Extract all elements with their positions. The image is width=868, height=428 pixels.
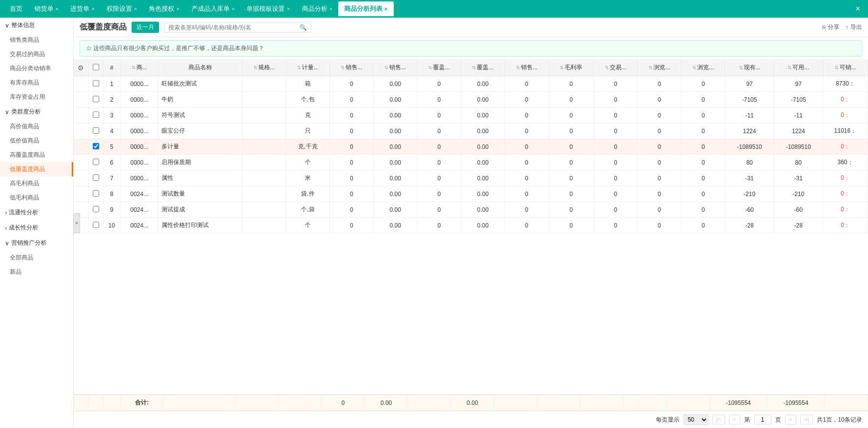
nav-sales[interactable]: 销货单 × bbox=[28, 1, 64, 16]
per-page-select[interactable]: 50 20 100 bbox=[683, 414, 708, 425]
row-cover1: 0 bbox=[417, 139, 461, 155]
period-button[interactable]: 近一月 bbox=[132, 22, 159, 33]
nav-product-analysis-list[interactable]: 商品分析列表 × bbox=[338, 1, 393, 16]
th-browse2[interactable]: 浏览... bbox=[681, 59, 725, 76]
nav-purchase[interactable]: 进货单 × bbox=[64, 1, 100, 16]
sidebar-item-high-coverage[interactable]: 高覆盖度商品 bbox=[0, 148, 73, 162]
row-browse1[interactable]: 0 bbox=[638, 92, 681, 108]
row-checkbox[interactable] bbox=[88, 139, 103, 155]
search-box[interactable]: 🔍 bbox=[164, 23, 311, 32]
th-gross-rate[interactable]: 毛利率 bbox=[548, 59, 594, 76]
th-trade[interactable]: 交易... bbox=[594, 59, 637, 76]
row-num: 8 bbox=[103, 186, 120, 202]
row-num: 2 bbox=[103, 92, 120, 108]
row-browse1[interactable]: 0 bbox=[638, 171, 681, 186]
sidebar-item-stock-goods[interactable]: 有库存商品 bbox=[0, 76, 73, 90]
export-button[interactable]: ↑ 导出 bbox=[845, 23, 862, 31]
sidebar-item-sales-goods[interactable]: 销售类商品 bbox=[0, 33, 73, 47]
row-browse1[interactable]: 0 bbox=[638, 76, 681, 92]
next-page-button[interactable]: > bbox=[785, 415, 796, 425]
prev-page-button[interactable]: < bbox=[729, 415, 740, 425]
close-all-tabs-button[interactable]: × bbox=[852, 2, 864, 15]
row-checkbox[interactable] bbox=[88, 171, 103, 186]
sidebar-group-overall[interactable]: ∨ 整体信息 bbox=[0, 18, 73, 33]
th-current[interactable]: 现有... bbox=[725, 59, 774, 76]
th-sellable[interactable]: 可销... bbox=[823, 59, 868, 76]
row-checkbox[interactable] bbox=[88, 92, 103, 108]
select-all-checkbox-header[interactable] bbox=[88, 59, 103, 76]
sidebar-item-low-value[interactable]: 低价值商品 bbox=[0, 134, 73, 148]
th-unit[interactable]: 计量... bbox=[286, 59, 329, 76]
th-sales2[interactable]: 销售... bbox=[374, 59, 417, 76]
row-browse1[interactable]: 0 bbox=[638, 186, 681, 202]
browse-link[interactable]: 0 bbox=[658, 159, 661, 166]
row-trade: 0 bbox=[594, 123, 637, 139]
sidebar-item-all-goods[interactable]: 全部商品 bbox=[0, 251, 73, 265]
sidebar-item-category-rate[interactable]: 商品分类动销率 bbox=[0, 61, 73, 76]
nav-product-analysis[interactable]: 商品分析 × bbox=[296, 1, 338, 16]
row-checkbox[interactable] bbox=[88, 202, 103, 218]
table-row: 6 0000... 启用保质期 个 0 0.00 0 0.00 0 0 0 0 … bbox=[74, 155, 868, 171]
th-cover2[interactable]: 覆盖... bbox=[461, 59, 505, 76]
th-available[interactable]: 可用... bbox=[774, 59, 823, 76]
row-sales1: 0 bbox=[329, 139, 373, 155]
row-checkbox[interactable] bbox=[88, 155, 103, 171]
sidebar-item-high-value[interactable]: 高价值商品 bbox=[0, 119, 73, 134]
row-checkbox[interactable] bbox=[88, 76, 103, 92]
row-checkbox[interactable] bbox=[88, 186, 103, 202]
sidebar-collapse-button[interactable]: « bbox=[73, 213, 80, 233]
sidebar-item-high-margin[interactable]: 高毛利商品 bbox=[0, 176, 73, 191]
nav-permissions[interactable]: 权限设置 × bbox=[101, 1, 143, 16]
last-page-button[interactable]: >| bbox=[800, 415, 813, 425]
column-settings-icon[interactable]: ⚙ bbox=[74, 59, 88, 76]
browse-link[interactable]: 0 bbox=[658, 128, 661, 135]
row-browse1[interactable]: 0 bbox=[638, 108, 681, 123]
sidebar-group-marketing[interactable]: ∨ 营销推广分析 bbox=[0, 235, 73, 251]
row-browse1[interactable]: 0 bbox=[638, 218, 681, 233]
browse-link[interactable]: 0 bbox=[658, 112, 661, 119]
share-button[interactable]: ⎘ 分享 bbox=[822, 23, 840, 31]
browse-link[interactable]: 0 bbox=[658, 143, 661, 150]
sidebar-item-new-goods[interactable]: 新品 bbox=[0, 265, 73, 279]
nav-product-warehouse[interactable]: 产成品入库单 × bbox=[186, 1, 241, 16]
first-page-button[interactable]: |< bbox=[712, 415, 725, 425]
browse-link[interactable]: 0 bbox=[658, 81, 661, 87]
search-icon[interactable]: 🔍 bbox=[299, 24, 307, 31]
info-banner-text: ☆ 这些商品只有很少客户购买过，是推广不够，还是商品本身问题？ bbox=[86, 44, 264, 53]
th-cover1[interactable]: 覆盖... bbox=[417, 59, 461, 76]
browse-link[interactable]: 0 bbox=[658, 96, 661, 103]
chevron-right-icon: › bbox=[5, 209, 7, 216]
sidebar-item-traded-goods[interactable]: 交易过的商品 bbox=[0, 47, 73, 61]
search-input[interactable] bbox=[168, 24, 298, 31]
row-trade: 0 bbox=[594, 218, 637, 233]
nav-template-settings[interactable]: 单据模板设置 × bbox=[241, 1, 296, 16]
sidebar-group-flow[interactable]: › 流通性分析 bbox=[0, 205, 73, 220]
row-checkbox[interactable] bbox=[88, 123, 103, 139]
table-container[interactable]: ⚙ # 商... 商品名称 规格... 计量... 销售... 销售... 覆盖… bbox=[74, 59, 868, 394]
row-browse1[interactable]: 0 bbox=[638, 202, 681, 218]
th-sales1[interactable]: 销售... bbox=[329, 59, 373, 76]
th-code[interactable]: 商... bbox=[120, 59, 159, 76]
th-sold[interactable]: 销售... bbox=[505, 59, 548, 76]
row-available: -60 bbox=[774, 202, 823, 218]
th-spec[interactable]: 规格... bbox=[242, 59, 286, 76]
browse-link[interactable]: 0 bbox=[658, 175, 661, 182]
current-page-input[interactable] bbox=[754, 415, 771, 425]
row-checkbox[interactable] bbox=[88, 218, 103, 233]
row-browse1[interactable]: 0 bbox=[638, 123, 681, 139]
row-unit: 克,千克 bbox=[286, 139, 329, 155]
sidebar-group-cluster[interactable]: ∨ 类群度分析 bbox=[0, 104, 73, 119]
row-sales2: 0.00 bbox=[374, 76, 417, 92]
th-browse1[interactable]: 浏览... bbox=[638, 59, 681, 76]
row-current: -31 bbox=[725, 171, 774, 186]
nav-role-auth[interactable]: 角色授权 × bbox=[143, 1, 185, 16]
nav-home[interactable]: 首页 bbox=[4, 1, 28, 16]
sidebar-item-low-coverage[interactable]: 低覆盖度商品 bbox=[0, 162, 73, 176]
row-checkbox[interactable] bbox=[88, 108, 103, 123]
row-code: 0000... bbox=[120, 123, 159, 139]
sidebar-item-low-margin[interactable]: 低毛利商品 bbox=[0, 191, 73, 205]
sidebar-item-stock-capital[interactable]: 库存资金占用 bbox=[0, 90, 73, 104]
sidebar-group-growth[interactable]: › 成长性分析 bbox=[0, 220, 73, 235]
row-browse1[interactable]: 0 bbox=[638, 155, 681, 171]
row-browse1[interactable]: 0 bbox=[638, 139, 681, 155]
